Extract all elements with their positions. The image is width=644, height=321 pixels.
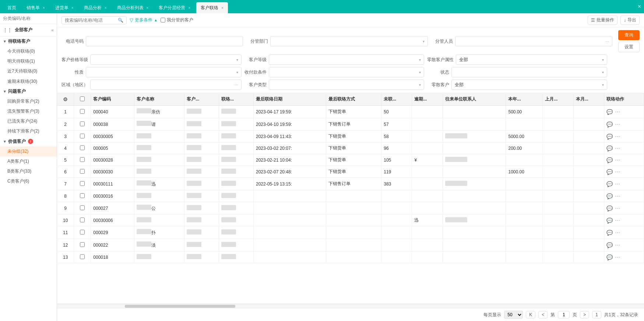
close-analysis-list-tab[interactable]: × — [147, 6, 149, 10]
more-icon[interactable]: ⋯ — [615, 169, 620, 175]
window-close-button[interactable]: × — [638, 3, 641, 10]
sidebar-section-value[interactable]: ▼ 价值客户 ! — [0, 137, 57, 147]
sidebar-item-declining[interactable]: 持续下滑客户(2) — [0, 126, 57, 136]
reset-button[interactable]: 设置 — [618, 42, 640, 52]
more-conditions-btn[interactable]: ▽ 更多条件 ▲ — [130, 17, 158, 23]
row-checkbox[interactable] — [80, 193, 85, 198]
dept-select[interactable]: ▾ — [270, 36, 427, 46]
chat-icon[interactable]: 💬 — [606, 242, 613, 248]
more-icon[interactable]: ⋯ — [615, 134, 620, 140]
next-page-btn[interactable]: > — [580, 311, 589, 318]
sidebar-item-lostpre[interactable]: 流失预警客户(3) — [0, 106, 57, 116]
retail-cust-select[interactable]: 全部 ▾ — [451, 80, 607, 90]
gear-icon[interactable]: ⚙ — [63, 96, 68, 102]
scrollbar-thumb[interactable] — [125, 305, 235, 308]
sidebar-item-abnormal[interactable]: 回购异常客户(2) — [0, 96, 57, 106]
row-checkbox[interactable] — [80, 145, 85, 150]
tab-customer-contact[interactable]: 客户联络 × — [196, 2, 228, 13]
row-checkbox[interactable] — [80, 121, 85, 126]
row-checkbox[interactable] — [80, 109, 85, 114]
sidebar-section-pending[interactable]: ▼ 待联络客户 — [0, 36, 57, 46]
chat-icon[interactable]: 💬 — [606, 181, 613, 187]
sidebar-item-7days[interactable]: 近7天待联络(0) — [0, 66, 57, 76]
sidebar-item-today[interactable]: 今天待联络(0) — [0, 46, 57, 56]
page-size-select[interactable]: 50 100 — [504, 311, 523, 319]
sidebar-item-ctype[interactable]: C类客户(6) — [0, 176, 57, 186]
sidebar-search-input[interactable] — [3, 16, 57, 21]
prev-page-btn[interactable]: < — [538, 311, 548, 318]
sidebar-item-overdue-pending[interactable]: 逾期未联络(30) — [0, 77, 57, 87]
my-customers-checkbox[interactable] — [161, 18, 165, 22]
row-checkbox[interactable] — [80, 205, 85, 210]
status-select[interactable]: ▾ — [451, 67, 607, 77]
price-grade-select[interactable]: ▾ — [90, 54, 242, 65]
more-icon[interactable]: ⋯ — [615, 157, 620, 163]
more-icon[interactable]: ⋯ — [615, 230, 620, 236]
sidebar-item-btype[interactable]: B类客户(33) — [0, 166, 57, 176]
last-type-link[interactable]: 下销售订单 — [328, 121, 351, 127]
tab-sales[interactable]: 销售单 × — [22, 2, 49, 13]
search-input[interactable] — [65, 18, 116, 23]
chat-icon[interactable]: 💬 — [606, 134, 613, 140]
close-purchase-tab[interactable]: × — [71, 6, 74, 10]
sidebar-section-problem[interactable]: ▼ 问题客户 — [0, 87, 57, 96]
row-checkbox[interactable] — [80, 254, 85, 259]
sidebar-all-customers[interactable]: ⋮⋮ 全部客户 « — [0, 24, 57, 36]
export-btn[interactable]: ↓ 导出 — [620, 15, 640, 25]
chat-icon[interactable]: 💬 — [606, 145, 613, 151]
more-icon[interactable]: ⋯ — [615, 254, 620, 260]
chat-icon[interactable]: 💬 — [606, 157, 613, 163]
more-icon[interactable]: ⋯ — [615, 181, 620, 187]
more-icon[interactable]: ⋯ — [615, 145, 620, 151]
page-input[interactable] — [558, 311, 570, 318]
chat-icon[interactable]: 💬 — [606, 109, 613, 115]
sidebar-item-tomorrow[interactable]: 明天待联络(1) — [0, 56, 57, 66]
row-checkbox[interactable] — [80, 157, 85, 162]
chat-icon[interactable]: 💬 — [606, 205, 613, 211]
cust-grade-select[interactable]: ▾ — [269, 54, 425, 65]
row-checkbox[interactable] — [80, 230, 85, 234]
horizontal-scrollbar[interactable] — [57, 304, 644, 308]
nature-select[interactable]: ▾ — [86, 67, 242, 77]
last-type-link[interactable]: 下销货单 — [328, 145, 346, 151]
retail-attr-select[interactable]: 全部 ▾ — [456, 54, 607, 65]
sidebar-item-atype[interactable]: A类客户(1) — [0, 156, 57, 166]
last-type-link[interactable]: 下销货单 — [328, 134, 346, 139]
tab-purchase[interactable]: 进货单 × — [51, 2, 78, 13]
chat-icon[interactable]: 💬 — [606, 169, 613, 175]
row-checkbox[interactable] — [80, 181, 85, 186]
more-icon[interactable]: ⋯ — [615, 109, 620, 115]
chat-icon[interactable]: 💬 — [606, 193, 613, 199]
close-analysis-tab[interactable]: × — [105, 6, 107, 10]
select-all-checkbox[interactable] — [80, 96, 85, 101]
close-customer-contact-tab[interactable]: × — [221, 6, 224, 10]
last-page-btn[interactable]: 1 — [592, 311, 601, 318]
tab-customer-seg[interactable]: 客户分层经营 × — [154, 2, 195, 13]
payment-select[interactable]: ▾ — [269, 67, 425, 77]
tab-analysis-list[interactable]: 商品分析列表 × — [113, 2, 153, 13]
more-icon[interactable]: ⋯ — [615, 121, 620, 127]
more-icon[interactable]: ⋯ — [615, 193, 620, 199]
last-type-link[interactable]: 下销货单 — [328, 169, 346, 174]
chat-icon[interactable]: 💬 — [606, 218, 613, 223]
person-select[interactable]: ··· — [455, 36, 612, 46]
more-icon[interactable]: ⋯ — [615, 218, 620, 223]
chat-icon[interactable]: 💬 — [606, 121, 613, 127]
query-button[interactable]: 查询 — [618, 30, 640, 40]
chat-icon[interactable]: 💬 — [606, 230, 613, 236]
row-checkbox[interactable] — [80, 218, 85, 222]
tab-home[interactable]: 首页 — [3, 2, 21, 13]
region-select[interactable]: ··· — [90, 80, 242, 90]
sidebar-item-lost[interactable]: 已流失客户(24) — [0, 116, 57, 126]
my-customers-checkbox-area[interactable]: 我分管的客户 — [161, 17, 193, 23]
close-sales-tab[interactable]: × — [43, 6, 45, 10]
chat-icon[interactable]: 💬 — [606, 254, 613, 260]
cust-type-select[interactable]: ▾ — [269, 80, 425, 90]
sidebar-collapse-icon[interactable]: « — [51, 28, 54, 33]
close-customer-seg-tab[interactable]: × — [188, 6, 190, 10]
more-icon[interactable]: ⋯ — [615, 242, 620, 248]
batch-ops-btn[interactable]: ☰ 批量操作 — [588, 15, 617, 25]
more-icon[interactable]: ⋯ — [615, 205, 620, 211]
row-checkbox[interactable] — [80, 134, 85, 138]
search-icon[interactable]: 🔍 — [118, 18, 123, 23]
